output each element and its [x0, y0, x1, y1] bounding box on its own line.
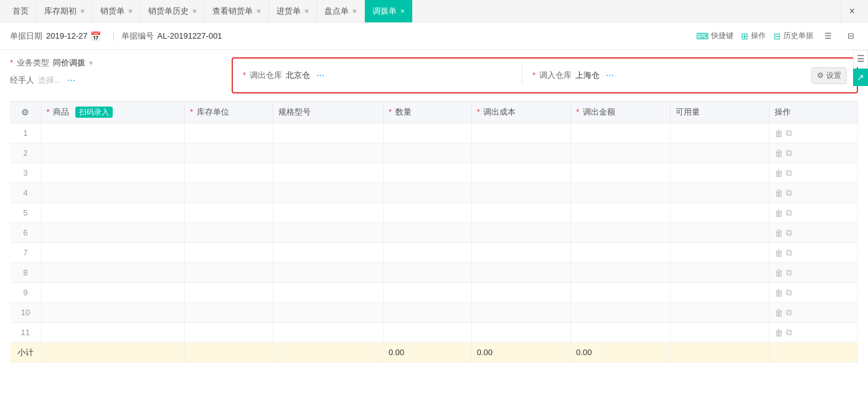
row-goods[interactable]: [41, 223, 184, 243]
row-qty[interactable]: [383, 203, 471, 223]
tab-view-sales[interactable]: 查看销货单 ×: [205, 0, 269, 22]
row-avail[interactable]: [670, 263, 770, 283]
in-warehouse-value[interactable]: 上海仓: [575, 70, 600, 81]
tab-home[interactable]: 首页: [5, 0, 37, 22]
row-goods[interactable]: [41, 123, 184, 143]
operator-more-icon[interactable]: ···: [67, 75, 75, 86]
row-cost[interactable]: [471, 263, 571, 283]
copy-icon[interactable]: ⧉: [786, 327, 792, 338]
row-unit[interactable]: [184, 203, 273, 223]
row-qty[interactable]: [383, 163, 471, 183]
row-spec[interactable]: [273, 223, 383, 243]
calendar-icon[interactable]: 📅: [90, 31, 101, 41]
copy-icon[interactable]: ⧉: [786, 307, 792, 318]
business-type-dropdown-icon[interactable]: ▾: [89, 59, 93, 67]
row-amount[interactable]: [571, 303, 671, 323]
row-amount[interactable]: [571, 123, 671, 143]
delete-icon[interactable]: 🗑: [775, 228, 783, 238]
row-spec[interactable]: [273, 123, 383, 143]
row-spec[interactable]: [273, 143, 383, 163]
scroll-area[interactable]: ⚙ * 商品 扫码录入 * 库存单位 规格型号 * 数量: [10, 101, 858, 363]
row-spec[interactable]: [273, 183, 383, 203]
row-unit[interactable]: [184, 183, 273, 203]
copy-icon[interactable]: ⧉: [786, 128, 792, 138]
row-avail[interactable]: [670, 203, 770, 223]
delete-icon[interactable]: 🗑: [775, 288, 783, 298]
copy-icon[interactable]: ⧉: [786, 207, 792, 218]
delete-icon[interactable]: 🗑: [775, 308, 783, 318]
row-spec[interactable]: [273, 163, 383, 183]
delete-icon[interactable]: 🗑: [775, 268, 783, 278]
tab-inventory-count[interactable]: 盘点单 ×: [317, 0, 365, 22]
row-cost[interactable]: [471, 123, 571, 143]
row-qty[interactable]: [383, 223, 471, 243]
row-qty[interactable]: [383, 263, 471, 283]
delete-icon[interactable]: 🗑: [775, 188, 783, 198]
row-cost[interactable]: [471, 243, 571, 263]
row-spec[interactable]: [273, 203, 383, 223]
copy-icon[interactable]: ⧉: [786, 267, 792, 278]
row-amount[interactable]: [571, 223, 671, 243]
row-goods[interactable]: [41, 143, 184, 163]
row-cost[interactable]: [471, 163, 571, 183]
row-spec[interactable]: [273, 323, 383, 343]
row-qty[interactable]: [383, 123, 471, 143]
row-unit[interactable]: [184, 263, 273, 283]
th-gear[interactable]: ⚙: [10, 102, 41, 123]
row-cost[interactable]: [471, 143, 571, 163]
row-amount[interactable]: [571, 323, 671, 343]
row-goods[interactable]: [41, 203, 184, 223]
row-unit[interactable]: [184, 163, 273, 183]
tab-inventory-init[interactable]: 库存期初 ×: [37, 0, 93, 22]
tab-purchase-order[interactable]: 进货单 ×: [269, 0, 317, 22]
out-warehouse-more-icon[interactable]: ···: [316, 70, 324, 81]
tab-close-inventory-count[interactable]: ×: [352, 7, 357, 16]
row-amount[interactable]: [571, 283, 671, 303]
row-unit[interactable]: [184, 283, 273, 303]
row-unit[interactable]: [184, 303, 273, 323]
tab-close-transfer-order[interactable]: ×: [400, 7, 405, 16]
row-qty[interactable]: [383, 183, 471, 203]
delete-icon[interactable]: 🗑: [775, 248, 783, 258]
row-avail[interactable]: [670, 283, 770, 303]
copy-icon[interactable]: ⧉: [786, 287, 792, 298]
row-amount[interactable]: [571, 263, 671, 283]
tab-close-sales-order[interactable]: ×: [128, 7, 133, 16]
row-amount[interactable]: [571, 243, 671, 263]
tab-close-view-sales[interactable]: ×: [257, 7, 261, 16]
row-avail[interactable]: [670, 323, 770, 343]
settings-button[interactable]: ⚙ 设置: [811, 67, 847, 84]
gear-icon[interactable]: ⚙: [21, 107, 29, 117]
row-goods[interactable]: [41, 323, 184, 343]
operations-button[interactable]: ⊞ 操作: [741, 31, 766, 41]
tab-sales-order[interactable]: 销货单 ×: [93, 0, 141, 22]
row-goods[interactable]: [41, 163, 184, 183]
row-cost[interactable]: [471, 303, 571, 323]
row-spec[interactable]: [273, 303, 383, 323]
copy-icon[interactable]: ⧉: [786, 247, 792, 258]
row-unit[interactable]: [184, 223, 273, 243]
row-avail[interactable]: [670, 163, 770, 183]
row-amount[interactable]: [571, 163, 671, 183]
in-warehouse-more-icon[interactable]: ···: [606, 70, 614, 81]
scan-button[interactable]: 扫码录入: [75, 107, 113, 118]
delete-icon[interactable]: 🗑: [775, 168, 783, 178]
row-spec[interactable]: [273, 283, 383, 303]
row-unit[interactable]: [184, 243, 273, 263]
row-unit[interactable]: [184, 323, 273, 343]
row-cost[interactable]: [471, 283, 571, 303]
tab-transfer-order[interactable]: 调拨单 ×: [365, 0, 413, 22]
row-goods[interactable]: [41, 243, 184, 263]
row-qty[interactable]: [383, 303, 471, 323]
tab-close-purchase-order[interactable]: ×: [304, 7, 309, 16]
row-goods[interactable]: [41, 183, 184, 203]
row-unit[interactable]: [184, 143, 273, 163]
window-close-button[interactable]: ×: [841, 0, 863, 22]
row-cost[interactable]: [471, 223, 571, 243]
row-avail[interactable]: [670, 223, 770, 243]
row-qty[interactable]: [383, 143, 471, 163]
copy-icon[interactable]: ⧉: [786, 148, 792, 158]
business-type-value[interactable]: 同价调拨: [53, 57, 85, 69]
delete-icon[interactable]: 🗑: [775, 328, 783, 338]
row-amount[interactable]: [571, 203, 671, 223]
